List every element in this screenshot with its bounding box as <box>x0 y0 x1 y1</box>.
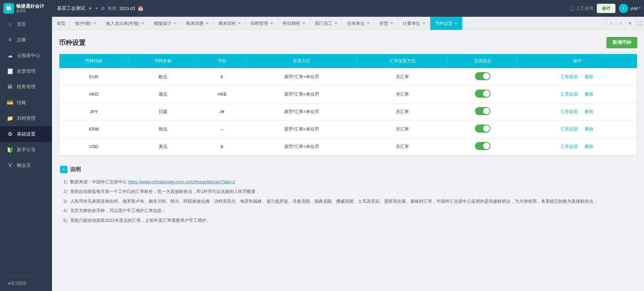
tab-dept[interactable]: 部门员工 ✕ <box>310 17 342 30</box>
tab-balance[interactable]: 收(中期) ✕ <box>70 17 101 30</box>
cell-code: EUR <box>59 68 128 86</box>
cell-symbol: -- <box>198 120 246 138</box>
user-name: iAM * <box>630 6 641 11</box>
tab-template-close[interactable]: ✕ <box>173 21 176 26</box>
tab-home[interactable]: 首页 <box>52 17 70 30</box>
tab-inventory[interactable]: 存货 ✕ <box>375 17 398 30</box>
workspace-add-button[interactable]: + <box>95 5 99 12</box>
toggle-enabled[interactable] <box>475 125 490 133</box>
notice-section: ≡ 说明 1）数据来源：中国外汇交易中心 https://www.chinamo… <box>59 166 637 226</box>
tabs-prev-button[interactable]: ‹ <box>606 17 616 30</box>
col-name: 币种名称 <box>128 54 198 68</box>
tab-partners-close[interactable]: ✕ <box>367 21 370 26</box>
tab-archive-close[interactable]: ✕ <box>270 21 273 26</box>
tab-unit-label: 计量单位 <box>403 20 420 27</box>
sidebar-item-archive[interactable]: 📁 归档管理 <box>0 110 52 126</box>
notice-item: 3）人民币对马来西亚林吉特、俄罗斯卢布、南非兰特、韩元、阿联酋迪拉姆、沙特里亚尔… <box>63 197 636 206</box>
new-currency-button[interactable]: 新增币种 <box>606 37 637 48</box>
sidebar-item-member[interactable]: V 畅会员 <box>0 158 52 173</box>
tab-subjects-label: 科目期初 <box>283 20 300 27</box>
invoice-icon: 🧾 <box>7 68 13 75</box>
col-action: 操作 <box>517 54 637 68</box>
tab-tax[interactable]: 税表清册 ✕ <box>181 17 214 30</box>
notice-item: 2）系统自动获取每月第一个工作日的汇率标价，统一为直接标价法，即1外币可以兑换的… <box>63 187 636 197</box>
toggle-enabled[interactable] <box>475 90 490 98</box>
sidebar-label-basic: 基础设置 <box>17 131 36 137</box>
tab-template[interactable]: 模版设计 ✕ <box>149 17 181 30</box>
sidebar-collapse-button[interactable]: ◄取消固定 <box>0 276 52 291</box>
sidebar-label-ledger: 总账 <box>17 37 26 43</box>
workspace-dropdown-icon[interactable]: ▼ <box>88 6 92 11</box>
sidebar-label-settle: 结账 <box>17 100 26 106</box>
cell-status <box>448 103 517 120</box>
col-status: 启用状态 <box>448 54 517 68</box>
sidebar-item-home[interactable]: ⌂ 首页 <box>0 17 52 32</box>
tab-subjects[interactable]: 科目期初 ✕ <box>278 17 310 30</box>
sidebar-item-settle[interactable]: 💳 结账 <box>0 95 52 110</box>
tab-balance-close[interactable]: ✕ <box>93 21 96 26</box>
tab-archive[interactable]: 归档管理 ✕ <box>246 17 278 30</box>
tabs-close-all-button[interactable]: ✕ <box>625 17 635 30</box>
customer-service-button[interactable]: 🎧 人工咨询 <box>569 5 593 11</box>
cell-name: 韩元 <box>128 120 198 138</box>
tabs-maximize-button[interactable]: ⛶ <box>635 17 644 30</box>
table-row: EUR 欧元 € 原币*汇率=本位币 月汇率 汇率设置 删除 <box>59 68 637 86</box>
tab-inventory-close[interactable]: ✕ <box>390 21 393 26</box>
cell-rate-type: 月汇率 <box>357 138 448 155</box>
delete-link[interactable]: 删除 <box>585 127 593 132</box>
toggle-enabled[interactable] <box>475 72 490 80</box>
cell-calc: 原币*汇率=本位币 <box>246 138 357 155</box>
toggle-enabled[interactable] <box>475 142 490 150</box>
workspace-settings-icon[interactable]: ⚙ <box>101 6 105 11</box>
delete-link[interactable]: 删除 <box>585 109 593 114</box>
sidebar-item-guide[interactable]: 🔰 新手引导 <box>0 142 52 158</box>
accounting-button[interactable]: 会计 <box>597 4 615 13</box>
page-content: 币种设置 新增币种 币种代码 币种名称 币符 折算方式 汇率设置方式 启 <box>52 30 644 291</box>
cell-actions: 汇率设置 删除 <box>517 138 637 155</box>
period-label: 账期 <box>108 5 116 11</box>
calendar-icon[interactable]: 📅 <box>138 6 143 11</box>
notice-external-link[interactable]: https://www.chinamoney.com.cn/chinese/bk… <box>128 179 235 184</box>
cell-name: 港元 <box>128 86 198 103</box>
basic-icon: ⚙ <box>7 131 13 137</box>
rate-settings-link[interactable]: 汇率设置 <box>560 74 578 79</box>
logo-icon: 畅 <box>3 3 14 14</box>
sidebar-item-basic[interactable]: ⚙ 基础设置 <box>0 126 52 142</box>
tabs-next-button[interactable]: › <box>616 17 625 30</box>
sidebar: ⌂ 首页 ≡ 总账 ☁ 云报表中心 🧾 发票管理 🏛 税务管理 💳 结账 <box>0 17 52 291</box>
delete-link[interactable]: 删除 <box>585 74 593 79</box>
sidebar-item-ledger[interactable]: ≡ 总账 <box>0 32 52 48</box>
delete-link[interactable]: 删除 <box>585 144 593 149</box>
tab-period-end[interactable]: 期末结转 ✕ <box>214 17 246 30</box>
tab-currency[interactable]: 币种设置 ✕ <box>430 17 463 30</box>
tab-subjects-close[interactable]: ✕ <box>302 21 305 26</box>
tab-unit[interactable]: 计量单位 ✕ <box>398 17 430 30</box>
period-value: 2023-03 <box>119 6 135 11</box>
home-icon: ⌂ <box>7 21 13 28</box>
tab-currency-label: 币种设置 <box>435 20 452 27</box>
delete-link[interactable]: 删除 <box>585 92 593 97</box>
tab-unit-close[interactable]: ✕ <box>422 21 425 26</box>
cell-code: JPY <box>59 103 128 120</box>
rate-settings-link[interactable]: 汇率设置 <box>560 127 578 132</box>
tab-tax-close[interactable]: ✕ <box>206 21 209 26</box>
sidebar-label-tax: 税务管理 <box>17 84 36 90</box>
sidebar-item-tax[interactable]: 🏛 税务管理 <box>0 79 52 95</box>
sidebar-label-invoice: 发票管理 <box>17 68 36 75</box>
sidebar-item-reports[interactable]: ☁ 云报表中心 <box>0 48 52 63</box>
tab-period-end-close[interactable]: ✕ <box>238 21 241 26</box>
toggle-enabled[interactable] <box>475 107 490 115</box>
rate-settings-link[interactable]: 汇率设置 <box>560 144 578 149</box>
tab-currency-close[interactable]: ✕ <box>454 21 458 26</box>
rate-settings-link[interactable]: 汇率设置 <box>560 92 578 97</box>
tab-dept-close[interactable]: ✕ <box>334 21 337 26</box>
member-icon: V <box>7 162 13 168</box>
cell-symbol: $ <box>198 138 246 155</box>
tab-income-close[interactable]: ✕ <box>141 21 144 26</box>
sidebar-item-invoice[interactable]: 🧾 发票管理 <box>0 63 52 79</box>
tab-income[interactable]: 收入支出表(年报) ✕ <box>101 17 150 30</box>
tab-partners[interactable]: 往来单位 ✕ <box>342 17 375 30</box>
cell-rate-type: 月汇率 <box>357 68 448 86</box>
currency-table: 币种代码 币种名称 币符 折算方式 汇率设置方式 启用状态 操作 EUR 欧元 <box>59 54 637 155</box>
rate-settings-link[interactable]: 汇率设置 <box>560 109 578 114</box>
